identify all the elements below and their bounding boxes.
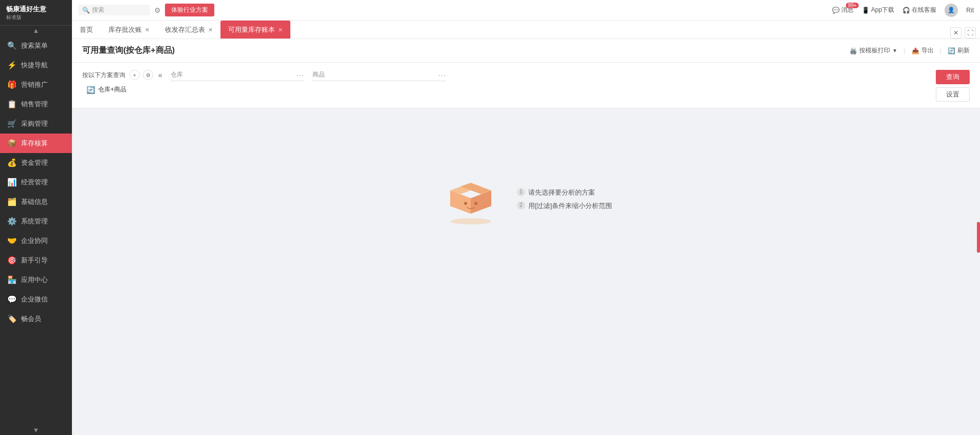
tab-batch[interactable]: 库存批次账 ✕ — [101, 21, 157, 39]
refresh-btn[interactable]: 🔄 刷新 — [948, 46, 970, 55]
export-icon: 📤 — [912, 47, 919, 54]
refresh-icon: 🔄 — [948, 47, 955, 54]
sidebar-item-inventory[interactable]: 📦 库存核算 — [0, 134, 72, 153]
tab-summary-close[interactable]: ✕ — [208, 27, 213, 33]
warehouse-more-btn[interactable]: ··· — [297, 71, 304, 79]
filter-setting-btn[interactable]: 设置 — [936, 87, 970, 102]
query-btn[interactable]: 查询 — [936, 70, 970, 84]
goods-more-btn[interactable]: ··· — [438, 71, 446, 79]
sidebar-item-label: 新手引导 — [21, 256, 48, 265]
warehouse-input-wrap: 仓库 ··· — [171, 69, 304, 81]
sidebar-item-quicknav[interactable]: ⚡ 快捷导航 — [0, 55, 72, 75]
sidebar-item-label: 畅会员 — [21, 314, 41, 324]
sidebar-item-marketing[interactable]: 🎁 营销推广 — [0, 75, 72, 94]
filter-action-btns: 查询 设置 — [936, 69, 970, 102]
sidebar-item-label: 营销推广 — [21, 80, 48, 89]
print-dropdown-icon[interactable]: ▼ — [892, 48, 897, 53]
sidebar-item-label: 企业协同 — [21, 236, 48, 245]
msg-icon: 💬 — [832, 7, 840, 14]
avatar: 👤 — [945, 4, 958, 17]
sidebar-item-newbie[interactable]: 🎯 新手引导 — [0, 251, 72, 270]
warehouse-label: 仓库 — [171, 70, 183, 79]
sidebar-scroll-up[interactable]: ▲ — [0, 26, 72, 36]
service-label: 在线客服 — [912, 6, 936, 14]
filter-field-goods: 商品 ··· — [312, 69, 446, 81]
svg-point-0 — [450, 218, 491, 224]
sidebar-item-member[interactable]: 🏷️ 畅会员 — [0, 309, 72, 329]
setting-scheme-btn[interactable]: ⚙ — [143, 70, 153, 80]
sidebar-item-basic[interactable]: 🗂️ 基础信息 — [0, 192, 72, 212]
msg-btn[interactable]: 💬 消息 99+ — [832, 6, 854, 14]
topbar: 🔍 搜索 ⚙ 体验行业方案 💬 消息 99+ 📱 App下载 🎧 在线客服 👤 … — [72, 0, 980, 21]
sidebar-item-operations[interactable]: 📊 经营管理 — [0, 173, 72, 192]
sidebar-item-search[interactable]: 🔍 搜索菜单 — [0, 36, 72, 55]
svg-point-7 — [474, 202, 477, 205]
tab-maximize-btn[interactable]: ⛶ — [965, 27, 976, 39]
tab-available[interactable]: 可用量库存账本 ✕ — [220, 21, 290, 39]
sidebar-item-appstore[interactable]: 🏪 应用中心 — [0, 270, 72, 290]
filter-scheme-header: 按以下方案查询 + ⚙ « — [82, 69, 164, 80]
sidebar-item-label: 系统管理 — [21, 217, 48, 226]
sidebar-item-corp[interactable]: 🤝 企业协同 — [0, 231, 72, 251]
print-btn[interactable]: 🖨️ 按模板打印 ▼ — [849, 46, 897, 55]
filter-area: 按以下方案查询 + ⚙ « 🔄 仓库+商品 — [72, 63, 980, 108]
industry-btn[interactable]: 体验行业方案 — [165, 4, 214, 16]
sidebar-item-wechat[interactable]: 💬 企业微信 — [0, 290, 72, 309]
gear-icon[interactable]: ⚙ — [154, 6, 161, 14]
tab-home[interactable]: 首页 — [72, 21, 101, 39]
collapse-scheme-btn[interactable]: « — [156, 71, 164, 79]
sidebar-item-purchase[interactable]: 🛒 采购管理 — [0, 114, 72, 134]
empty-tip-1: 1 请先选择要分析的方案 — [517, 188, 612, 197]
sidebar-scroll-down[interactable]: ▼ — [0, 425, 72, 435]
tab-available-close[interactable]: ✕ — [278, 27, 283, 33]
scheme-item[interactable]: 🔄 仓库+商品 — [82, 83, 164, 96]
export-btn[interactable]: 📤 导出 — [912, 46, 934, 55]
divider2: | — [940, 47, 941, 54]
sidebar: 畅康通好生意 标准版 ▲ 🔍 搜索菜单 ⚡ 快捷导航 🎁 营销推广 📋 销售管理… — [0, 0, 72, 435]
tab-batch-close[interactable]: ✕ — [145, 27, 150, 33]
newbie-icon: 🎯 — [7, 256, 17, 265]
scheme-item-icon: 🔄 — [86, 86, 95, 94]
tab-close-btn[interactable]: ✕ — [950, 27, 961, 39]
logo-title: 畅康通好生意 — [6, 5, 66, 14]
service-icon: 🎧 — [902, 7, 910, 14]
tip-number-2: 2 — [517, 201, 525, 210]
goods-input[interactable] — [328, 71, 435, 79]
service-btn[interactable]: 🎧 在线客服 — [902, 6, 936, 14]
sidebar-item-label: 基础信息 — [21, 197, 48, 206]
tab-summary-label: 收发存汇总表 — [165, 25, 205, 34]
sidebar-item-label: 库存核算 — [21, 139, 48, 148]
username: Rit — [966, 7, 974, 14]
empty-tips: 1 请先选择要分析的方案 2 用[过滤]条件来缩小分析范围 — [517, 188, 612, 211]
sidebar-item-label: 企业微信 — [21, 295, 48, 304]
inventory-icon: 📦 — [7, 139, 17, 148]
topbar-search-area[interactable]: 🔍 搜索 — [78, 5, 150, 15]
app-icon: 📱 — [862, 7, 870, 14]
empty-tip-2: 2 用[过滤]条件来缩小分析范围 — [517, 201, 612, 211]
filter-field-warehouse: 仓库 ··· — [171, 69, 304, 81]
page-content: 可用量查询(按仓库+商品) 🖨️ 按模板打印 ▼ | 📤 导出 | 🔄 刷新 — [72, 39, 980, 435]
finance-icon: 💰 — [7, 158, 17, 167]
app-download-btn[interactable]: 📱 App下载 — [862, 6, 894, 14]
sidebar-item-system[interactable]: ⚙️ 系统管理 — [0, 212, 72, 231]
tip-text-2: 用[过滤]条件来缩小分析范围 — [528, 201, 612, 211]
system-icon: ⚙️ — [7, 217, 17, 226]
tab-summary[interactable]: 收发存汇总表 ✕ — [157, 21, 220, 39]
operations-icon: 📊 — [7, 178, 17, 187]
right-scroll-indicator[interactable] — [977, 222, 980, 253]
tip-number-1: 1 — [517, 188, 525, 196]
sidebar-nav: 🔍 搜索菜单 ⚡ 快捷导航 🎁 营销推广 📋 销售管理 🛒 采购管理 📦 库存核… — [0, 36, 72, 425]
warehouse-input[interactable] — [186, 71, 293, 79]
add-scheme-btn[interactable]: + — [130, 70, 140, 80]
scheme-item-label: 仓库+商品 — [98, 85, 126, 94]
sales-icon: 📋 — [7, 100, 17, 109]
scheme-list: 🔄 仓库+商品 — [82, 83, 164, 96]
page-title: 可用量查询(按仓库+商品) — [82, 45, 175, 56]
sidebar-item-sales[interactable]: 📋 销售管理 — [0, 94, 72, 114]
sidebar-item-finance[interactable]: 💰 资金管理 — [0, 153, 72, 173]
svg-point-6 — [464, 202, 467, 205]
tip-text-1: 请先选择要分析的方案 — [528, 188, 595, 197]
print-label: 按模板打印 — [859, 46, 890, 55]
sidebar-item-label: 经营管理 — [21, 178, 48, 187]
goods-input-wrap: 商品 ··· — [312, 69, 446, 81]
